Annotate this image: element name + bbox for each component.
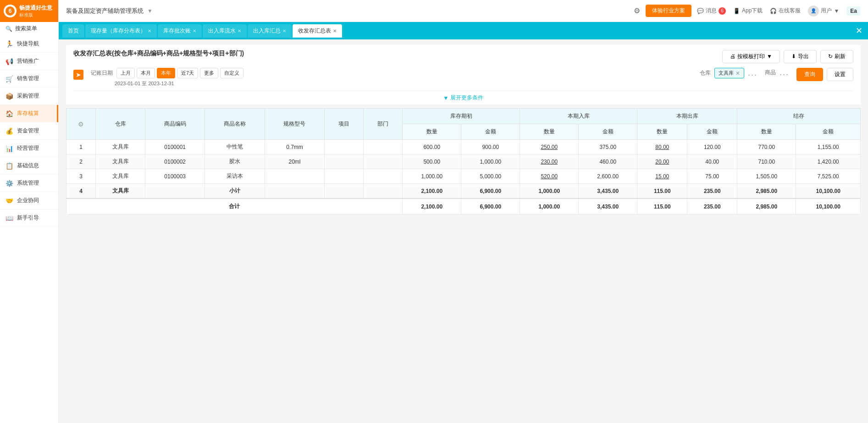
footer-closing-amt: 10,100.00 — [796, 198, 861, 214]
row-in-qty[interactable]: 520.00 — [520, 169, 579, 184]
export-btn[interactable]: ⬇ 导出 — [784, 50, 817, 63]
row-in-qty[interactable]: 230.00 — [520, 154, 579, 169]
date-this-year-btn[interactable]: 本年 — [157, 68, 175, 78]
tab-flow-close[interactable]: ✕ — [238, 28, 241, 33]
print-btn[interactable]: 🖨 按模板打印 ▼ — [722, 50, 780, 63]
sidebar-item-sales[interactable]: 🛒 销售管理 — [0, 70, 58, 88]
data-table-wrapper: ⚙ 仓库 商品编码 商品名称 规格型号 项目 部门 库存期初 本期入库 本期出库… — [66, 108, 861, 214]
content-area: 收发存汇总表(按仓库+商品编码+商品+规格型号+项目+部门) 🖨 按模板打印 ▼… — [59, 39, 868, 423]
system-icon: ⚙️ — [6, 180, 13, 187]
query-btn[interactable]: 查询 — [796, 68, 823, 81]
th-goods-code: 商品编码 — [145, 109, 205, 140]
tab-batch-close[interactable]: ✕ — [193, 28, 196, 33]
sales-icon: 🛒 — [6, 75, 13, 82]
filter-collapse-btn[interactable]: ➤ — [73, 70, 83, 80]
message-btn[interactable]: 💬 消息 6 — [697, 7, 726, 15]
sidebar-item-finance[interactable]: 💰 资金管理 — [0, 122, 58, 140]
tab-stock-dist-close[interactable]: ✕ — [148, 28, 151, 33]
row-code: 0100003 — [145, 169, 205, 184]
experience-btn[interactable]: 体验行业方案 — [646, 5, 691, 17]
row-no: 3 — [66, 169, 96, 184]
printer-icon: 🖨 — [730, 53, 735, 60]
th-warehouse: 仓库 — [96, 109, 145, 140]
th-closing-qty: 数量 — [737, 124, 796, 140]
tab-flow-label: 出入库流水 — [208, 27, 236, 35]
warehouse-filter-close[interactable]: ✕ — [735, 70, 740, 77]
row-warehouse: 文具库 — [96, 154, 145, 169]
page-settings-btn[interactable]: 设置 — [827, 68, 853, 81]
sidebar-item-purchase[interactable]: 📦 采购管理 — [0, 88, 58, 105]
row-in-qty[interactable]: 250.00 — [520, 140, 579, 154]
row-out-qty: 115.00 — [637, 184, 687, 199]
tab-batch[interactable]: 库存批次账 ✕ — [158, 24, 202, 38]
sidebar-item-quick-nav[interactable]: 🏃 快捷导航 — [0, 35, 58, 53]
tab-receive-summary-close[interactable]: ✕ — [333, 28, 337, 33]
user-btn[interactable]: 👤 用户 ▼ — [808, 5, 839, 16]
th-dept: 部门 — [364, 109, 403, 140]
app-logo: 6 — [4, 5, 17, 17]
system-dropdown-icon[interactable]: ▼ — [147, 8, 153, 14]
row-spec — [265, 169, 324, 184]
user-initials: Ea — [846, 6, 861, 16]
logo-icon: 6 — [6, 6, 15, 16]
goods-more-btn[interactable]: ... — [780, 68, 789, 77]
tab-receive-summary-label: 收发存汇总表 — [298, 27, 331, 35]
tab-stock-dist[interactable]: 现存量（库存分布表） ✕ — [85, 24, 157, 38]
row-out-qty[interactable]: 20.00 — [637, 154, 687, 169]
date-last-month-btn[interactable]: 上月 — [116, 68, 135, 78]
tab-receive-summary[interactable]: 收发存汇总表 ✕ — [293, 24, 342, 38]
page-header-wrapper: 收发存汇总表(按仓库+商品编码+商品+规格型号+项目+部门) 🖨 按模板打印 ▼… — [66, 45, 861, 104]
date-7days-btn[interactable]: 近7天 — [177, 68, 198, 78]
sidebar-item-cooperation[interactable]: 🤝 企业协同 — [0, 192, 58, 209]
online-service-btn[interactable]: 🎧 在线客服 — [770, 7, 801, 15]
topbar-right-area: 💬 消息 6 📱 App下载 🎧 在线客服 👤 用户 ▼ Ea — [697, 5, 861, 16]
sidebar-item-business[interactable]: 📊 经营管理 — [0, 140, 58, 157]
row-out-qty[interactable]: 80.00 — [637, 140, 687, 154]
warehouse-more-btn[interactable]: ... — [748, 68, 757, 78]
row-out-amt: 120.00 — [687, 140, 737, 154]
tab-inout-summary[interactable]: 出入库汇总 ✕ — [248, 24, 292, 38]
settings-gear-icon[interactable]: ⚙ — [634, 6, 640, 15]
row-closing-qty: 770.00 — [737, 140, 796, 154]
th-out-amt: 金额 — [687, 124, 737, 140]
sidebar-item-inventory[interactable]: 🏠 库存核算 — [0, 105, 58, 122]
sidebar-item-basic[interactable]: 📋 基础信息 — [0, 157, 58, 175]
tab-inout-summary-close[interactable]: ✕ — [282, 28, 286, 33]
tab-flow[interactable]: 出入库流水 ✕ — [203, 24, 247, 38]
row-closing-amt: 10,100.00 — [796, 184, 861, 199]
th-settings[interactable]: ⚙ — [66, 109, 96, 140]
row-name: 胶水 — [205, 154, 265, 169]
filter-section-goods: 商品 ... — [765, 68, 789, 77]
search-icon: 🔍 — [6, 26, 12, 32]
tab-home[interactable]: 首页 — [62, 24, 84, 38]
row-opening-amt: 5,000.00 — [461, 169, 520, 184]
row-in-amt: 3,435.00 — [579, 184, 637, 199]
business-icon: 📊 — [6, 145, 13, 152]
footer-label: 合计 — [66, 198, 403, 214]
row-out-qty[interactable]: 15.00 — [637, 169, 687, 184]
search-menu[interactable]: 🔍 搜索菜单 — [0, 22, 58, 35]
expand-more-btn[interactable]: ▼ 展开更多条件 — [73, 91, 853, 104]
date-custom-btn[interactable]: 自定义 — [220, 68, 243, 78]
tab-batch-label: 库存批次账 — [163, 27, 191, 35]
sidebar-item-system[interactable]: ⚙️ 系统管理 — [0, 175, 58, 192]
refresh-btn[interactable]: ↻ 刷新 — [820, 50, 853, 63]
app-download-btn[interactable]: 📱 App下载 — [733, 7, 763, 15]
close-all-tabs-icon[interactable]: ✕ — [854, 24, 864, 38]
row-opening-amt: 6,900.00 — [461, 184, 520, 199]
footer-closing-qty: 2,985.00 — [737, 198, 796, 214]
date-this-month-btn[interactable]: 本月 — [137, 68, 155, 78]
date-more-btn[interactable]: 更多 — [200, 68, 218, 78]
warehouse-filter-tag[interactable]: 文具库 ✕ — [714, 68, 744, 78]
row-dept — [364, 140, 403, 154]
table-row: 1文具库0100001中性笔0.7mm600.00900.00250.00375… — [66, 140, 861, 154]
sidebar-item-newbie[interactable]: 📖 新手引导 — [0, 209, 58, 227]
row-spec: 0.7mm — [265, 140, 324, 154]
sidebar-item-marketing[interactable]: 📢 营销推广 — [0, 53, 58, 70]
query-section: 查询 设置 — [796, 68, 853, 81]
th-opening-amt: 金额 — [461, 124, 520, 140]
table-settings-icon[interactable]: ⚙ — [78, 121, 84, 128]
th-goods-spec: 规格型号 — [265, 109, 324, 140]
cooperation-icon: 🤝 — [6, 197, 13, 204]
purchase-icon: 📦 — [6, 93, 13, 100]
